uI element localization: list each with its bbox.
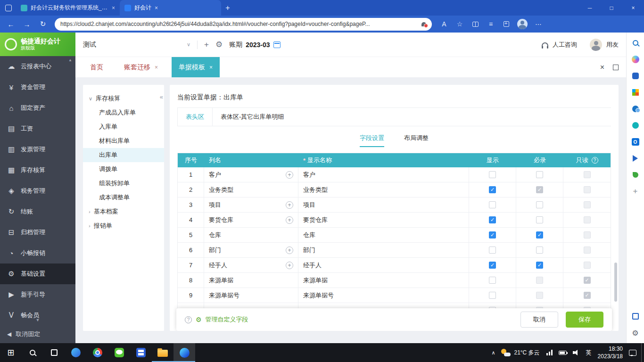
required-checkbox[interactable] xyxy=(536,186,543,193)
browser-tab-2[interactable]: 好会计 × xyxy=(120,0,221,16)
tab-home[interactable]: 首页 xyxy=(83,57,110,77)
network-icon[interactable] xyxy=(546,350,553,355)
unpin-sidebar-button[interactable]: ◀ 取消固定 xyxy=(0,325,75,343)
taskbar-search-button[interactable] xyxy=(22,343,43,362)
forward-button[interactable]: → xyxy=(20,17,34,31)
readonly-checkbox[interactable] xyxy=(584,186,591,193)
settings-gear-icon[interactable]: ⚙ xyxy=(215,40,223,49)
subtab-field-settings[interactable]: 字段设置 xyxy=(360,134,384,147)
browser-profile-avatar[interactable] xyxy=(517,19,528,29)
add-archive-icon[interactable] xyxy=(286,171,293,179)
tree-item[interactable]: 组装拆卸单 xyxy=(83,176,164,190)
readonly-checkbox[interactable] xyxy=(584,231,591,239)
sidebar-settings-icon[interactable]: ⚙ xyxy=(631,328,640,337)
notifications-blocked-icon[interactable] xyxy=(421,22,426,26)
support-link[interactable]: 人工咨询 xyxy=(553,41,577,49)
read-aloud-icon[interactable]: A xyxy=(439,19,449,29)
sidebar-scroll-down-icon[interactable]: ▼ xyxy=(0,318,75,322)
tree-item[interactable]: 产成品入库单 xyxy=(83,106,164,120)
display-name-cell[interactable]: 仓库 xyxy=(298,228,469,242)
new-tab-button[interactable]: + xyxy=(221,2,234,14)
sidebar-item[interactable]: ↻ 结账 xyxy=(0,201,75,222)
collapse-panel-icon[interactable]: « xyxy=(160,93,163,100)
tab-close-icon[interactable]: × xyxy=(112,5,115,11)
show-checkbox[interactable] xyxy=(489,216,496,223)
sidebar-item[interactable]: ◔ 小畅报销 xyxy=(0,243,75,263)
tab-close-icon[interactable]: × xyxy=(155,64,158,71)
readonly-help-icon[interactable]: ? xyxy=(592,157,598,164)
show-checkbox[interactable] xyxy=(489,186,496,193)
tree-root-expense-doc[interactable]: › 报销单 xyxy=(83,219,164,233)
fullscreen-icon[interactable] xyxy=(613,65,619,70)
chrome-app[interactable] xyxy=(87,343,108,362)
volume-icon[interactable] xyxy=(573,350,580,355)
tree-item[interactable]: 材料出库单 xyxy=(83,134,164,148)
sidebar-item[interactable]: ◈ 税务管理 xyxy=(0,181,75,201)
people-icon[interactable] xyxy=(631,104,640,114)
show-checkbox[interactable] xyxy=(489,231,496,239)
shopping-icon[interactable] xyxy=(631,71,640,81)
edge-app[interactable] xyxy=(173,343,195,362)
browser-tab-1[interactable]: 好会计云财务软件管理系统_会计 × xyxy=(16,0,120,16)
tab-header-area[interactable]: 表头区 xyxy=(177,108,213,126)
file-explorer-app[interactable] xyxy=(152,343,173,362)
display-name-cell[interactable]: 项目 xyxy=(298,197,469,212)
close-all-icon[interactable]: × xyxy=(600,63,604,72)
tab-account-migration[interactable]: 账套迁移 × xyxy=(117,57,165,77)
copilot-icon[interactable] xyxy=(631,55,640,64)
readonly-checkbox[interactable] xyxy=(584,292,591,299)
readonly-checkbox[interactable] xyxy=(584,171,591,178)
start-button[interactable]: ⊞ xyxy=(0,343,22,362)
user-name[interactable]: 用友 xyxy=(606,41,619,49)
sidebar-item[interactable]: ⌂ 固定资产 xyxy=(0,98,75,118)
add-archive-icon[interactable] xyxy=(286,262,293,269)
sidebar-item[interactable]: ☁ 云报表中心 xyxy=(0,56,75,77)
add-sidebar-app-icon[interactable]: + xyxy=(631,187,640,196)
address-bar[interactable]: https://cloud2.chanjet.com/accounting/uh… xyxy=(55,18,432,31)
show-checkbox[interactable] xyxy=(489,201,496,208)
display-name-cell[interactable]: 来源单据 xyxy=(298,273,469,288)
add-archive-icon[interactable] xyxy=(286,201,293,209)
drop-icon[interactable] xyxy=(631,121,640,130)
close-button[interactable]: × xyxy=(622,0,644,16)
save-button[interactable]: 保存 xyxy=(566,312,603,328)
back-button[interactable]: ← xyxy=(4,17,18,31)
favorites-icon[interactable]: ☆ xyxy=(455,19,464,29)
sidebar-scroll-up-icon[interactable]: ▲ xyxy=(68,58,72,62)
tab-close-icon[interactable]: × xyxy=(155,5,158,11)
tree-item[interactable]: 入库单 xyxy=(83,120,164,134)
search-icon[interactable] xyxy=(631,38,640,48)
add-archive-icon[interactable] xyxy=(286,247,293,254)
show-checkbox[interactable] xyxy=(489,262,496,269)
collections-icon[interactable] xyxy=(502,19,511,29)
tree-item[interactable]: 调拨单 xyxy=(83,162,164,176)
display-name-cell[interactable]: 部门 xyxy=(298,243,469,257)
show-checkbox[interactable] xyxy=(489,247,496,254)
display-name-cell[interactable]: 客户 xyxy=(298,167,469,182)
split-screen-icon[interactable] xyxy=(471,19,480,29)
show-checkbox[interactable] xyxy=(489,277,496,284)
readonly-checkbox[interactable] xyxy=(584,216,591,223)
pinned-app-2[interactable] xyxy=(130,343,152,362)
display-name-cell[interactable]: 业务类型 xyxy=(298,182,469,197)
language-indicator[interactable]: 英 xyxy=(586,349,592,357)
footer-help-icon[interactable]: ? xyxy=(185,316,192,323)
required-checkbox[interactable] xyxy=(536,231,543,239)
tab-body-area[interactable]: 表体区-其它出库单明细 xyxy=(213,108,292,126)
action-center-icon[interactable] xyxy=(629,350,636,356)
required-checkbox[interactable] xyxy=(536,216,543,223)
tab-voucher-template[interactable]: 单据模板 × xyxy=(172,57,220,77)
period-picker[interactable]: 账期 2023-03 xyxy=(229,41,280,49)
maximize-button[interactable]: □ xyxy=(601,0,622,16)
sidebar-item[interactable]: ⚙ 基础设置 xyxy=(0,263,75,284)
show-checkbox[interactable] xyxy=(489,292,496,299)
taskbar-clock[interactable]: 18:30 2023/3/18 xyxy=(598,345,623,360)
sidebar-item[interactable]: ▦ 库存核算 xyxy=(0,160,75,181)
outlook-icon[interactable] xyxy=(631,137,640,147)
tree-item[interactable]: 成本调整单 xyxy=(83,190,164,205)
readonly-checkbox[interactable] xyxy=(584,247,591,254)
battery-icon[interactable] xyxy=(559,351,567,355)
wechat-app[interactable] xyxy=(108,343,130,362)
task-view-button[interactable] xyxy=(43,343,65,362)
manage-custom-fields-link[interactable]: 管理自定义字段 xyxy=(206,315,248,324)
